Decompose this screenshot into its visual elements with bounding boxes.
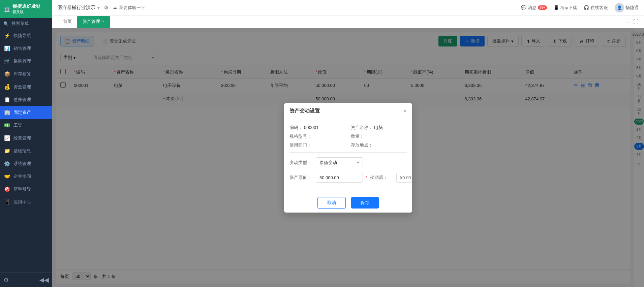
app-edition: 普及版	[12, 9, 41, 14]
sidebar-item-guide[interactable]: 🎯 新手引导	[0, 183, 52, 196]
asset-name-value: 电脑	[374, 125, 383, 131]
dept-label: 使用部门：	[289, 142, 311, 148]
app-center-label: 应用中心	[13, 199, 31, 205]
sidebar-item-ledger[interactable]: 📋 总账管理	[0, 93, 52, 106]
info-quantity: 数量：	[351, 133, 407, 139]
inventory-label: 库存核算	[13, 71, 31, 77]
required-mark: *	[366, 175, 367, 180]
enterprise-label: 企业协同	[13, 173, 31, 180]
sidebar-bottom: ⚙ ◀◀	[0, 273, 52, 287]
messages-label: 消息	[528, 5, 536, 11]
value-row: 资产原值： * 变动后：	[289, 173, 407, 183]
sidebar-item-payroll[interactable]: 💵 工资	[0, 119, 52, 132]
app-name: 畅捷通好业财	[12, 3, 41, 9]
service-icon: 🎧	[584, 5, 589, 10]
original-value-label: 资产原值：	[289, 174, 313, 181]
fixed-assets-label: 固定资产	[13, 109, 31, 116]
dialog-footer: 取消 保存	[284, 193, 412, 213]
inventory-icon: 📦	[4, 71, 10, 77]
company-chevron-icon: ▾	[97, 5, 100, 10]
location-label: 存放地点：	[351, 142, 373, 148]
basic-info-label: 基础信息	[13, 148, 31, 154]
change-type-row: 变动类型： 原值变动 ▾	[289, 157, 407, 168]
logo-icon: 🏦	[4, 6, 10, 12]
save-button[interactable]: 保存	[351, 197, 379, 209]
sidebar-item-sales[interactable]: 📊 销售管理	[0, 42, 52, 55]
after-value-input[interactable]	[396, 173, 412, 183]
change-type-select[interactable]: 原值变动 ▾	[316, 157, 363, 168]
basic-info-icon: 📁	[4, 148, 10, 154]
system-label: 系统管理	[13, 161, 31, 167]
sidebar-item-quick-nav[interactable]: ⚡ 快捷导航	[0, 29, 52, 42]
asset-change-dialog: 资产变动设置 × 编码： 000001 资产名称： 电脑	[284, 103, 412, 213]
quick-nav-label: 快捷导航	[13, 33, 31, 39]
user-profile[interactable]: 👤 畅捷通	[615, 3, 639, 12]
messages-badge: 99+	[538, 5, 547, 10]
user-name: 畅捷通	[625, 5, 639, 11]
finance-label: 资金管理	[13, 84, 31, 90]
maximize-icon[interactable]: ⛶	[633, 19, 639, 25]
experience-button[interactable]: ☁ 我要体验一下	[113, 5, 145, 11]
code-value: 000001	[304, 125, 318, 130]
save-label: 保存	[361, 200, 369, 205]
dialog-info-grid: 编码： 000001 资产名称： 电脑 规格型号： 数量：	[289, 125, 407, 153]
tab-home[interactable]: 首页	[58, 16, 77, 28]
search-icon: 🔍	[3, 21, 9, 26]
sidebar-item-search[interactable]: 🔍 搜索菜单	[0, 18, 52, 29]
home-label: 首页	[63, 19, 72, 25]
change-type-value: 原值变动	[319, 160, 337, 166]
experience-text: 我要体验一下	[119, 5, 145, 11]
sidebar-item-fixed-assets[interactable]: 🏢 固定资产	[0, 106, 52, 119]
app-logo: 🏦 畅捷通好业财 普及版	[0, 0, 52, 18]
original-value-input[interactable]	[316, 173, 363, 183]
quick-nav-icon: ⚡	[4, 33, 10, 39]
operations-label: 经营管理	[13, 135, 31, 141]
guide-label: 新手引导	[13, 186, 31, 192]
settings-icon[interactable]: ⚙	[3, 276, 9, 284]
content-area: 📋 资产明细 📄 变更生成凭证 对账 ＋ 新增 批量操作	[52, 28, 644, 287]
change-type-chevron-icon: ▾	[357, 160, 359, 165]
sidebar-item-system[interactable]: ⚙️ 系统管理	[0, 157, 52, 170]
purchase-icon: 🛒	[4, 58, 10, 64]
info-spec: 规格型号：	[289, 133, 345, 139]
dialog-header: 资产变动设置 ×	[284, 103, 412, 119]
ledger-label: 总账管理	[13, 97, 31, 103]
company-name: 医疗器械行业演示	[58, 5, 95, 11]
messages-button[interactable]: 💬 消息 99+	[521, 5, 547, 11]
sidebar-item-finance[interactable]: 💰 资金管理	[0, 81, 52, 93]
sidebar-item-inventory[interactable]: 📦 库存核算	[0, 68, 52, 81]
dialog-overlay: 资产变动设置 × 编码： 000001 资产名称： 电脑	[52, 28, 644, 287]
payroll-icon: 💵	[4, 122, 10, 128]
fixed-assets-icon: 🏢	[4, 109, 10, 116]
download-icon: 📱	[554, 5, 559, 10]
minimize-icon[interactable]: —	[625, 19, 631, 25]
company-selector[interactable]: 医疗器械行业演示 ▾	[58, 5, 100, 11]
settings-gear-icon[interactable]: ⚙	[104, 4, 109, 11]
dialog-body: 编码： 000001 资产名称： 电脑 规格型号： 数量：	[284, 119, 412, 193]
guide-icon: 🎯	[4, 186, 10, 192]
ledger-icon: 📋	[4, 97, 10, 103]
info-location: 存放地点：	[351, 142, 407, 148]
app-center-icon: 📱	[4, 199, 10, 205]
sidebar-item-basic-info[interactable]: 📁 基础信息	[0, 145, 52, 157]
customer-service-button[interactable]: 🎧 在线客服	[584, 5, 608, 11]
sidebar-item-app-center[interactable]: 📱 应用中心	[0, 196, 52, 209]
payroll-label: 工资	[13, 122, 22, 128]
sidebar-item-purchase[interactable]: 🛒 采购管理	[0, 55, 52, 68]
customer-service-label: 在线客服	[590, 5, 608, 11]
cloud-icon: ☁	[113, 5, 117, 10]
main-area: 医疗器械行业演示 ▾ ⚙ ☁ 我要体验一下 💬 消息 99+ 📱 App下载 🎧…	[52, 0, 644, 287]
avatar: 👤	[615, 3, 624, 12]
app-download-button[interactable]: 📱 App下载	[554, 5, 577, 11]
dialog-close-button[interactable]: ×	[403, 108, 407, 114]
tab-close-icon[interactable]: ×	[102, 19, 104, 24]
sidebar-item-operations[interactable]: 📈 经营管理	[0, 132, 52, 145]
tab-asset-management[interactable]: 资产管理 ×	[77, 16, 110, 28]
code-label: 编码：	[289, 125, 303, 131]
window-controls: — ⛶	[625, 19, 639, 25]
finance-icon: 💰	[4, 84, 10, 90]
collapse-icon[interactable]: ◀◀	[39, 276, 49, 284]
sidebar-item-enterprise[interactable]: 🤝 企业协同	[0, 170, 52, 183]
after-label: 变动后：	[370, 174, 394, 181]
cancel-button[interactable]: 取消	[317, 197, 346, 209]
